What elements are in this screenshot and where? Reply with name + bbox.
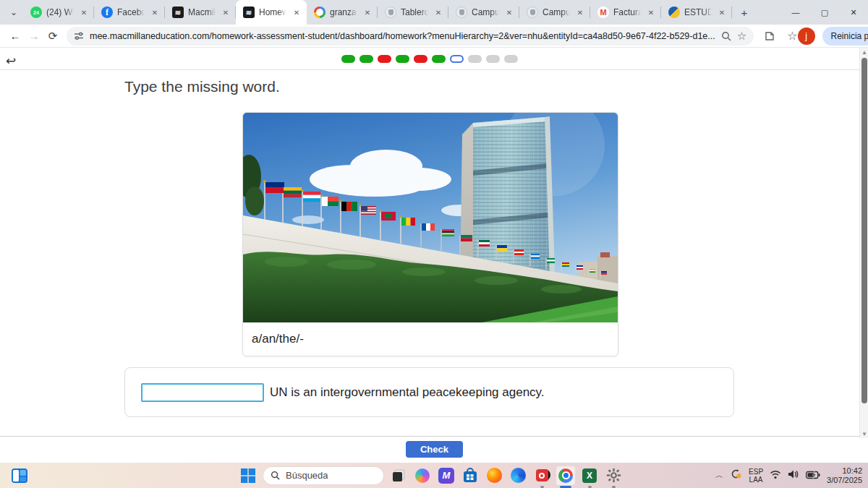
minimize-button[interactable]: — <box>781 0 810 25</box>
profile-avatar[interactable]: j <box>798 27 815 45</box>
progress-pill[interactable] <box>359 55 373 63</box>
tab-close-icon[interactable]: ✕ <box>291 7 302 18</box>
firefox-icon[interactable] <box>485 466 503 485</box>
tab-title: ESTUDIO <box>684 7 712 17</box>
volume-icon[interactable] <box>788 469 799 482</box>
windows-taskbar: Búsqueda M <box>0 463 868 488</box>
tab-search-chevron-icon[interactable]: ⌄ <box>4 3 23 22</box>
check-button[interactable]: Check <box>406 441 463 458</box>
running-indicator <box>612 486 616 488</box>
tab-estudio[interactable]: ESTUDIO ✕ <box>661 0 732 25</box>
tab-facebook[interactable]: f Facebook ✕ <box>94 0 165 25</box>
browser-toolbar: ← → ⟳ mee.macmillaneducation.com/homewor… <box>0 25 868 48</box>
tab-close-icon[interactable]: ✕ <box>362 7 373 18</box>
progress-pill[interactable] <box>378 55 391 63</box>
tab-title: Homework <box>259 7 286 17</box>
progress-pill[interactable] <box>504 55 518 63</box>
scroll-up-icon[interactable]: ▲ <box>860 48 868 56</box>
un-building-photo <box>243 113 618 322</box>
time-text: 10:42 <box>842 466 862 475</box>
progress-pill[interactable] <box>468 55 482 63</box>
progress-pill[interactable] <box>341 55 355 63</box>
search-icon <box>271 471 280 480</box>
wifi-icon[interactable] <box>770 469 781 482</box>
battery-icon[interactable] <box>806 469 820 482</box>
question-text: UN is an intergovernmental peacekeeping … <box>270 385 545 400</box>
progress-pill[interactable] <box>396 55 409 63</box>
header-divider <box>0 69 859 70</box>
macmillan-app-icon[interactable]: M <box>437 466 456 485</box>
tab-close-icon[interactable]: ✕ <box>645 7 657 18</box>
bookmark-star-icon[interactable]: ☆ <box>737 30 746 43</box>
language-indicator[interactable]: ESPLAA <box>749 468 763 484</box>
widgets-icon[interactable] <box>10 466 29 485</box>
forward-button[interactable]: → <box>25 27 43 46</box>
favorites-sparkle-icon[interactable]: ☆ <box>787 29 797 43</box>
active-app-indicator <box>560 486 571 488</box>
search-placeholder: Búsqueda <box>286 470 328 481</box>
activity-instruction: Type the missing word. <box>124 78 280 95</box>
copilot-icon[interactable] <box>413 466 432 485</box>
tab-title: Tablero <box>401 7 428 17</box>
new-tab-button[interactable]: + <box>735 3 754 22</box>
word-options-caption: a/an/the/- <box>243 322 618 356</box>
tab-title: Campus V <box>542 7 570 17</box>
browser-tab-strip: ⌄ 24 (24) Whats ✕ f Facebook ✕ ≋ Macmill… <box>0 0 868 25</box>
progress-pill[interactable] <box>414 55 427 63</box>
answer-input[interactable] <box>141 383 264 402</box>
tab-close-icon[interactable]: ✕ <box>220 7 231 18</box>
maximize-button[interactable]: ▢ <box>810 0 839 25</box>
start-button[interactable] <box>239 466 258 485</box>
page-scrollbar[interactable]: ▲ ▼ <box>859 48 868 438</box>
tab-close-icon[interactable]: ✕ <box>574 7 586 18</box>
close-window-button[interactable]: ✕ <box>839 0 868 25</box>
tab-close-icon[interactable]: ✕ <box>78 7 90 18</box>
tab-close-icon[interactable]: ✕ <box>503 7 515 18</box>
microsoft-store-icon[interactable] <box>461 466 480 485</box>
progress-pill-current[interactable] <box>450 55 464 63</box>
settings-gear-icon[interactable] <box>604 466 623 485</box>
media-player-icon[interactable] <box>532 466 551 485</box>
address-bar[interactable]: mee.macmillaneducation.com/homework-asse… <box>67 27 754 46</box>
sync-update-icon[interactable] <box>730 468 742 483</box>
url-text: mee.macmillaneducation.com/homework-asse… <box>90 31 715 41</box>
footer-divider <box>0 436 868 437</box>
prompt-image-card: a/an/the/- <box>242 112 618 356</box>
tab-whatsapp[interactable]: 24 (24) Whats ✕ <box>23 0 94 25</box>
reading-list-icon[interactable] <box>764 30 775 42</box>
tab-title: Facebook <box>117 7 145 17</box>
back-button[interactable]: ← <box>6 27 25 46</box>
reload-button[interactable]: ⟳ <box>43 27 62 46</box>
question-card: UN is an intergovernmental peacekeeping … <box>124 367 734 417</box>
tab-campus-2[interactable]: Campus V ✕ <box>519 0 590 25</box>
taskbar-search-input[interactable]: Búsqueda <box>263 466 384 485</box>
tab-homework-active[interactable]: ≋ Homework ✕ <box>236 0 307 25</box>
edge-icon[interactable] <box>509 466 527 485</box>
progress-pill[interactable] <box>486 55 500 63</box>
tray-chevron-icon[interactable]: ︿ <box>715 470 723 481</box>
scroll-down-icon[interactable]: ▼ <box>860 429 868 438</box>
date-text: 3/07/2025 <box>827 476 862 484</box>
scrollbar-thumb[interactable] <box>861 58 867 403</box>
excel-icon[interactable]: X <box>580 466 599 485</box>
site-settings-icon[interactable] <box>74 31 84 41</box>
progress-pill[interactable] <box>432 55 446 63</box>
running-indicator <box>588 486 592 488</box>
tab-close-icon[interactable]: ✕ <box>716 7 728 18</box>
restart-to-update-button[interactable]: Reinicia para actualizar ⋮ <box>822 27 868 46</box>
clock[interactable]: 10:423/07/2025 <box>827 466 862 485</box>
tab-tablero[interactable]: Tablero ✕ <box>378 0 448 25</box>
campus-crest-icon <box>385 7 396 18</box>
taskbar-center: Búsqueda M <box>239 466 623 485</box>
tab-facturacion[interactable]: M Facturació ✕ <box>590 0 661 25</box>
facebook-icon: f <box>101 7 113 18</box>
zoom-icon[interactable] <box>721 31 731 41</box>
tab-campus-1[interactable]: Campus V ✕ <box>448 0 519 25</box>
tab-close-icon[interactable]: ✕ <box>433 7 444 18</box>
tab-granza[interactable]: granza - B ✕ <box>307 0 378 25</box>
chrome-icon[interactable] <box>556 466 575 485</box>
whatsapp-icon: 24 <box>30 7 42 18</box>
tab-macmillan[interactable]: ≋ Macmillan ✕ <box>165 0 236 25</box>
task-view-icon[interactable] <box>389 466 408 485</box>
tab-close-icon[interactable]: ✕ <box>149 7 161 18</box>
